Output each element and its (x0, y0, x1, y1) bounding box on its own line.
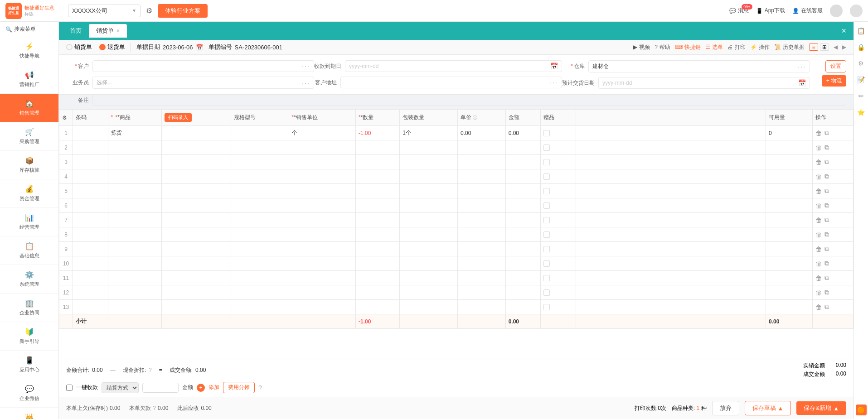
copy-icon[interactable]: ⧉ (824, 274, 829, 282)
delete-icon[interactable]: 🗑 (815, 159, 822, 166)
row-spec[interactable] (231, 300, 289, 314)
tab-sales-order[interactable]: 销货单 × (89, 24, 127, 38)
row-unit[interactable] (289, 213, 355, 227)
sidebar-item-sales[interactable]: 🏠 销售管理 (0, 94, 58, 122)
copy-icon[interactable]: ⧉ (824, 231, 829, 238)
gift-checkbox[interactable] (543, 173, 550, 180)
row-unit[interactable] (289, 198, 355, 213)
company-selector[interactable]: XXXXXX公司 ▼ (68, 5, 141, 17)
row-unit-price[interactable] (458, 213, 506, 227)
row-gift[interactable] (541, 140, 576, 155)
select-order-btn[interactable]: ☰ 选单 (705, 43, 723, 51)
row-gift[interactable] (541, 285, 576, 300)
row-barcode[interactable] (73, 126, 108, 140)
row-spec[interactable] (231, 140, 289, 155)
row-barcode[interactable] (73, 213, 108, 227)
calendar-icon-payment[interactable]: 📅 (550, 63, 558, 70)
right-panel-icon-1[interactable]: 📋 (856, 25, 867, 36)
one-click-payment-checkbox[interactable] (66, 385, 73, 391)
row-unit-price[interactable] (458, 242, 506, 256)
sidebar-item-system[interactable]: ⚙️ 系统管理 (0, 265, 58, 294)
delete-icon[interactable]: 🗑 (815, 130, 822, 137)
row-product[interactable] (108, 140, 161, 155)
layout-grid-icon[interactable]: ⊞ (820, 43, 829, 51)
tab-home[interactable]: 首页 (63, 24, 89, 38)
row-amount[interactable] (505, 169, 541, 184)
row-product[interactable] (108, 227, 161, 242)
sidebar-item-guide[interactable]: 🔰 新手引导 (0, 322, 58, 351)
row-product[interactable] (108, 285, 161, 300)
row-spec[interactable] (231, 126, 289, 140)
row-pkg-qty[interactable] (400, 169, 458, 184)
row-amount[interactable] (505, 285, 541, 300)
row-unit-price[interactable] (458, 256, 506, 271)
row-unit-price[interactable] (458, 155, 506, 169)
row-unit[interactable] (289, 285, 355, 300)
expected-delivery-input[interactable]: yyyy-mm-dd 📅 (598, 77, 810, 89)
row-barcode[interactable] (73, 198, 108, 213)
row-unit[interactable] (289, 184, 355, 198)
calendar-icon[interactable]: 📅 (196, 44, 203, 51)
remarks-input[interactable] (92, 95, 846, 106)
copy-icon[interactable]: ⧉ (824, 144, 829, 151)
row-quantity[interactable] (356, 242, 400, 256)
row-quantity[interactable] (356, 300, 400, 314)
row-gift[interactable] (541, 227, 576, 242)
gift-checkbox[interactable] (543, 217, 550, 223)
print-btn[interactable]: 🖨 打印 (727, 43, 746, 51)
gift-checkbox[interactable] (543, 231, 550, 238)
copy-icon[interactable]: ⧉ (824, 187, 829, 195)
gift-checkbox[interactable] (543, 188, 550, 194)
row-spec[interactable] (231, 213, 289, 227)
row-spec-col[interactable] (161, 169, 231, 184)
sidebar-item-business[interactable]: 📊 经营管理 (0, 208, 58, 236)
row-quantity[interactable]: -1.00 (356, 126, 400, 140)
row-spec-col[interactable] (161, 126, 231, 140)
row-spec-col[interactable] (161, 155, 231, 169)
row-product[interactable]: 拣货 (108, 126, 161, 140)
row-pkg-qty[interactable] (400, 271, 458, 285)
add-btn[interactable]: + (197, 384, 205, 392)
row-pkg-qty[interactable] (400, 285, 458, 300)
row-gift[interactable] (541, 256, 576, 271)
row-pkg-qty[interactable] (400, 184, 458, 198)
row-unit[interactable] (289, 155, 355, 169)
row-pkg-qty[interactable] (400, 155, 458, 169)
row-amount[interactable] (505, 155, 541, 169)
shortcut-btn[interactable]: ⌨ 快捷键 (675, 43, 701, 51)
row-product[interactable] (108, 242, 161, 256)
row-spec-col[interactable] (161, 285, 231, 300)
delete-icon[interactable]: 🗑 (815, 173, 822, 180)
delete-icon[interactable]: 🗑 (815, 202, 822, 209)
row-quantity[interactable] (356, 271, 400, 285)
row-quantity[interactable] (356, 155, 400, 169)
row-unit[interactable] (289, 140, 355, 155)
right-panel-icon-4[interactable]: 📝 (856, 74, 867, 85)
delete-icon[interactable]: 🗑 (815, 246, 822, 253)
sidebar-item-basic[interactable]: 📋 基础信息 (0, 236, 58, 265)
row-quantity[interactable] (356, 227, 400, 242)
row-barcode[interactable] (73, 184, 108, 198)
row-unit-price[interactable] (458, 184, 506, 198)
row-unit-price[interactable] (458, 271, 506, 285)
row-pkg-qty[interactable] (400, 213, 458, 227)
row-barcode[interactable] (73, 271, 108, 285)
row-amount[interactable]: 0.00 (505, 126, 541, 140)
row-product[interactable] (108, 155, 161, 169)
delete-icon[interactable]: 🗑 (815, 144, 822, 151)
calendar-icon-delivery[interactable]: 📅 (798, 79, 806, 87)
return-order-radio[interactable]: 退货单 (99, 43, 125, 51)
delete-icon[interactable]: 🗑 (815, 275, 822, 282)
save-new-button[interactable]: 保存&新增 ▲ (796, 401, 846, 415)
row-quantity[interactable] (356, 256, 400, 271)
payment-due-input[interactable]: yyyy-mm-dd 📅 (345, 60, 562, 72)
settings-icon[interactable]: ⚙ (144, 5, 154, 17)
save-draft-button[interactable]: 保存草稿 ▲ (745, 401, 791, 415)
row-pkg-qty[interactable] (400, 300, 458, 314)
abandon-button[interactable]: 放弃 (712, 401, 739, 415)
row-pkg-qty[interactable] (400, 242, 458, 256)
salesman-input[interactable]: 选择... ··· (92, 77, 314, 89)
copy-icon[interactable]: ⧉ (824, 158, 829, 166)
row-amount[interactable] (505, 213, 541, 227)
delete-icon[interactable]: 🗑 (815, 188, 822, 195)
